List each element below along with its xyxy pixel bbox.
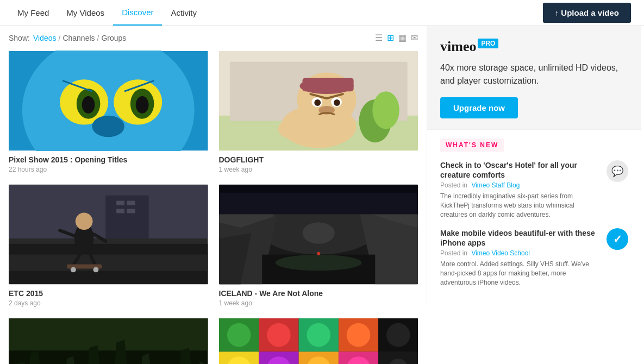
news-item: Check in to 'Oscar's Hotel' for all your… xyxy=(440,160,628,219)
video-thumbnail[interactable] xyxy=(219,184,418,285)
video-item: THE LAST GREAT PLACE THE LAST GREAT PLAC… xyxy=(9,318,208,364)
vimeo-icon: ✓ xyxy=(607,228,628,250)
news-content: Make mobile videos beautiful-er with the… xyxy=(440,228,600,287)
video-age: 1 week ago xyxy=(219,166,418,173)
svg-rect-31 xyxy=(116,201,124,205)
separator-1: / xyxy=(58,34,60,42)
whats-new-title: WHAT'S NEW xyxy=(440,139,504,152)
svg-rect-60 xyxy=(9,318,208,350)
sidebar: vimeoPRO 40x more storage space, unlimit… xyxy=(427,26,641,305)
svg-point-38 xyxy=(76,212,93,230)
news-content: Check in to 'Oscar's Hotel' for all your… xyxy=(440,160,600,219)
news-title[interactable]: Check in to 'Oscar's Hotel' for all your… xyxy=(440,160,600,180)
svg-point-81 xyxy=(346,323,370,347)
svg-point-83 xyxy=(386,323,410,347)
video-age: 1 week ago xyxy=(219,299,418,307)
show-label: Show: xyxy=(9,34,30,42)
upgrade-now-button[interactable]: Upgrade now xyxy=(440,97,518,118)
svg-point-44 xyxy=(71,267,76,272)
news-title[interactable]: Make mobile videos beautiful-er with the… xyxy=(440,228,600,248)
video-title[interactable]: Pixel Show 2015 : Opening Titles xyxy=(9,155,208,164)
vimeo-pro-logo: vimeoPRO xyxy=(440,38,628,55)
video-item: Pixel Show 2015 : Opening Titles 22 hour… xyxy=(9,51,208,173)
svg-rect-17 xyxy=(302,78,353,91)
video-thumbnail[interactable]: THE LAST GREAT PLACE xyxy=(9,318,208,364)
view-icons: ☰ ⊞ ▦ ✉ xyxy=(375,33,418,43)
mail-icon[interactable]: ✉ xyxy=(411,33,418,43)
svg-rect-32 xyxy=(127,201,135,205)
svg-point-25 xyxy=(278,120,305,139)
video-item: ETC 2015 2 days ago xyxy=(9,184,208,307)
svg-rect-33 xyxy=(116,209,124,213)
svg-point-8 xyxy=(92,116,124,137)
whats-new-section: WHAT'S NEW Check in to 'Oscar's Hotel' f… xyxy=(427,130,641,305)
svg-point-75 xyxy=(227,323,251,347)
filter-channels-link[interactable]: Channels xyxy=(62,34,95,42)
tab-my-videos[interactable]: My Videos xyxy=(58,0,113,26)
news-source: Posted in Vimeo Video School xyxy=(440,249,600,257)
svg-rect-34 xyxy=(127,209,135,213)
vimeo-pro-ad: vimeoPRO 40x more storage space, unlimit… xyxy=(427,26,641,130)
svg-point-23 xyxy=(333,99,340,106)
vimeo-pro-description: 40x more storage space, unlimited HD vid… xyxy=(440,61,628,87)
svg-rect-36 xyxy=(9,255,208,271)
source-prefix: Posted in xyxy=(440,249,467,257)
svg-point-7 xyxy=(136,96,149,114)
grid-view-icon[interactable]: ⊞ xyxy=(387,33,394,43)
news-item: Make mobile videos beautiful-er with the… xyxy=(440,228,628,287)
upload-video-button[interactable]: ↑ Upload a video xyxy=(543,3,631,23)
tab-activity[interactable]: Activity xyxy=(162,0,205,26)
video-item: DOGFLIGHT 1 week ago xyxy=(219,51,418,173)
svg-rect-58 xyxy=(219,193,418,215)
list-view-icon[interactable]: ☰ xyxy=(375,33,383,43)
compact-view-icon[interactable]: ▦ xyxy=(398,33,407,43)
video-thumbnail[interactable]: ♪ xyxy=(219,318,418,364)
filter-groups-link[interactable]: Groups xyxy=(101,34,126,42)
video-thumbnail[interactable] xyxy=(9,184,208,285)
video-age: 2 days ago xyxy=(9,299,208,307)
svg-point-45 xyxy=(93,267,99,272)
video-title[interactable]: DOGFLIGHT xyxy=(219,155,418,164)
svg-point-6 xyxy=(82,96,95,114)
video-title[interactable]: ICELAND - We Are Not Alone xyxy=(219,289,418,298)
filter-bar: Show: Videos / Channels / Groups ☰ ⊞ ▦ ✉ xyxy=(9,33,418,43)
svg-point-79 xyxy=(307,323,330,347)
source-link[interactable]: Vimeo Video School xyxy=(471,249,530,257)
separator-2: / xyxy=(97,34,99,42)
svg-point-22 xyxy=(314,99,321,106)
video-grid: Pixel Show 2015 : Opening Titles 22 hour… xyxy=(9,51,418,364)
news-source: Posted in Vimeo Staff Blog xyxy=(440,181,600,189)
source-link[interactable]: Vimeo Staff Blog xyxy=(471,181,520,189)
content-area: Show: Videos / Channels / Groups ☰ ⊞ ▦ ✉ xyxy=(0,26,427,364)
svg-point-55 xyxy=(302,222,334,244)
video-thumbnail[interactable] xyxy=(9,51,208,151)
video-title[interactable]: ETC 2015 xyxy=(9,289,208,298)
svg-point-54 xyxy=(276,255,361,271)
source-prefix: Posted in xyxy=(440,181,467,189)
tab-discover[interactable]: Discover xyxy=(113,0,162,26)
news-description: The incredibly imaginative six-part seri… xyxy=(440,192,600,219)
svg-point-56 xyxy=(317,252,320,255)
svg-point-27 xyxy=(372,91,399,129)
video-thumbnail[interactable] xyxy=(219,51,418,151)
video-item: ♪ Color Study 2 weeks xyxy=(219,318,418,364)
chat-icon: 💬 xyxy=(607,160,628,182)
filter-videos-link[interactable]: Videos xyxy=(33,34,57,42)
tab-my-feed[interactable]: My Feed xyxy=(9,0,58,26)
video-item: ICELAND - We Are Not Alone 1 week ago xyxy=(219,184,418,307)
video-age: 22 hours ago xyxy=(9,166,208,173)
pro-badge: PRO xyxy=(478,39,498,48)
vimeo-brand: vimeo xyxy=(440,39,476,54)
svg-point-77 xyxy=(267,323,291,347)
news-description: More control. Added settings. Silly VHS … xyxy=(440,260,600,287)
